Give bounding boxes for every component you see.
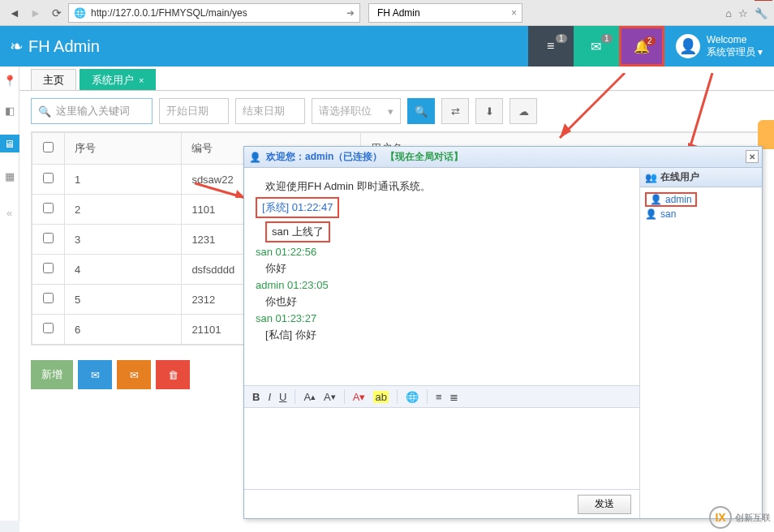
editor-toolbar: B I U A▴ A▾ A▾ ab 🌐 ≡ ≣ — [244, 385, 639, 408]
msg-header: san 01:23:27 — [256, 312, 628, 324]
close-icon[interactable]: × — [139, 75, 144, 85]
highlight[interactable]: ab — [373, 391, 388, 403]
tab-users[interactable]: 系统用户× — [80, 69, 156, 90]
tab-title: FH Admin — [377, 7, 420, 19]
online-user[interactable]: 👤admin — [645, 192, 697, 207]
pin-icon[interactable]: 📍 — [3, 75, 16, 87]
col-no: 序号 — [65, 133, 182, 165]
star-icon[interactable]: ☆ — [738, 7, 748, 19]
chat-log: 欢迎使用FH Admin 即时通讯系统。 [系统] 01:22:47san 上线… — [244, 168, 639, 385]
home-icon[interactable]: ⌂ — [725, 7, 732, 19]
search-icon: 🔍 — [38, 105, 51, 118]
underline-button[interactable]: U — [279, 391, 286, 403]
add-button[interactable]: 新增 — [31, 360, 73, 389]
welcome-text: Welcome — [707, 34, 763, 46]
font-large[interactable]: A▴ — [303, 391, 316, 403]
user-icon: 👤 — [650, 194, 662, 205]
msg-header: admin 01:23:05 — [256, 279, 628, 291]
search-button[interactable]: 🔍 — [407, 98, 435, 124]
users-icon: 👥 — [645, 172, 657, 183]
menu-button[interactable]: ≡1 — [528, 26, 574, 66]
send-button[interactable]: 发送 — [578, 495, 631, 514]
chat-dialog: 👤 欢迎您：admin（已连接） 【现在全局对话】 ✕ 欢迎使用FH Admin… — [243, 146, 763, 519]
end-date[interactable]: 结束日期 — [235, 98, 305, 124]
grid-icon[interactable]: ▦ — [5, 170, 15, 182]
msg-header: [系统] 01:22:47 — [256, 197, 628, 218]
mail-action[interactable]: ✉ — [78, 360, 112, 389]
cloud-button[interactable]: ☁ — [510, 98, 537, 124]
list-ol[interactable]: ≡ — [436, 391, 442, 403]
cell-no: 5 — [65, 285, 182, 315]
position-select[interactable]: 请选择职位▾ — [312, 98, 401, 124]
app-logo: ❧ FH Admin — [0, 36, 100, 56]
avatar: 👤 — [676, 34, 700, 58]
chevron-down-icon: ▾ — [388, 105, 393, 118]
app-name: FH Admin — [28, 37, 100, 56]
watermark: IX 创新互联 — [709, 506, 771, 529]
swap-button[interactable]: ⇄ — [441, 98, 469, 124]
cell-no: 2 — [65, 195, 182, 225]
check-all[interactable] — [43, 142, 54, 152]
chevron-down-icon: ▾ — [758, 46, 763, 58]
cell-no: 3 — [65, 225, 182, 255]
dialog-close[interactable]: ✕ — [746, 150, 759, 163]
list-ul[interactable]: ≣ — [449, 391, 458, 403]
font-color[interactable]: A▾ — [353, 391, 366, 403]
row-check[interactable] — [43, 203, 54, 213]
font-small[interactable]: A▾ — [324, 391, 336, 403]
left-rail: 📍 ◧ 🖥 ▦ « — [0, 66, 19, 521]
collapse-icon[interactable]: « — [6, 207, 12, 219]
user-icon: 👤 — [645, 208, 657, 220]
msg-header: san 01:22:56 — [256, 246, 628, 258]
nav-reload[interactable]: ⟳ — [47, 3, 67, 23]
tab-home[interactable]: 主页 — [31, 69, 76, 90]
browser-tab[interactable]: FH Admin × — [368, 3, 522, 23]
italic-button[interactable]: I — [268, 391, 271, 403]
row-check[interactable] — [43, 233, 54, 243]
row-check[interactable] — [43, 263, 54, 273]
close-icon[interactable]: × — [511, 7, 517, 19]
side-tab[interactable] — [758, 120, 774, 149]
keyword-input[interactable]: 🔍这里输入关键词 — [31, 98, 153, 124]
msg-body: [私信] 你好 — [256, 328, 628, 342]
row-check[interactable] — [43, 293, 54, 303]
row-check[interactable] — [43, 323, 54, 333]
cell-no: 4 — [65, 255, 182, 285]
online-users-list: 👤admin👤san — [640, 187, 762, 226]
emoji-button[interactable]: 🌐 — [406, 391, 419, 403]
start-date[interactable]: 开始日期 — [159, 98, 229, 124]
online-users-title: 👥在线用户 — [640, 168, 762, 187]
online-user[interactable]: 👤san — [645, 207, 757, 221]
nav-back[interactable]: ◄ — [5, 3, 24, 23]
tools-icon[interactable]: 🔧 — [755, 7, 768, 19]
delete-button[interactable]: 🗑 — [156, 360, 190, 389]
msg-body: 你好 — [256, 261, 628, 276]
go-icon[interactable]: ➜ — [346, 7, 355, 19]
bold-button[interactable]: B — [252, 391, 260, 403]
cell-no: 1 — [65, 165, 182, 195]
dashboard-icon[interactable]: ◧ — [5, 105, 15, 117]
user-icon: 👤 — [249, 152, 261, 163]
address-bar[interactable]: 🌐 http://127.0.0.1/FHMYSQL/main/yes ➜ — [68, 3, 360, 23]
msg-body: 你也好 — [256, 294, 628, 309]
cell-no: 6 — [65, 315, 182, 345]
role-text: 系统管理员 — [707, 46, 755, 58]
user-menu[interactable]: 👤 Welcome 系统管理员 ▾ — [664, 26, 774, 66]
bell-button[interactable]: 🔔2 — [619, 26, 664, 66]
dialog-titlebar[interactable]: 👤 欢迎您：admin（已连接） 【现在全局对话】 ✕ — [244, 147, 762, 168]
url-text: http://127.0.0.1/FHMYSQL/main/yes — [91, 7, 247, 19]
message-input[interactable] — [244, 408, 639, 489]
download-button[interactable]: ⬇ — [475, 98, 503, 124]
globe-icon: 🌐 — [74, 7, 86, 19]
row-check[interactable] — [43, 173, 54, 183]
msg-body: san 上线了 — [256, 221, 628, 242]
welcome-line: 欢迎使用FH Admin 即时通讯系统。 — [256, 179, 628, 194]
monitor-icon[interactable]: 🖥 — [0, 135, 19, 152]
mail-button[interactable]: ✉1 — [574, 26, 619, 66]
mail2-action[interactable]: ✉ — [117, 360, 151, 389]
nav-fwd[interactable]: ► — [26, 3, 45, 23]
leaf-icon: ❧ — [10, 36, 24, 56]
